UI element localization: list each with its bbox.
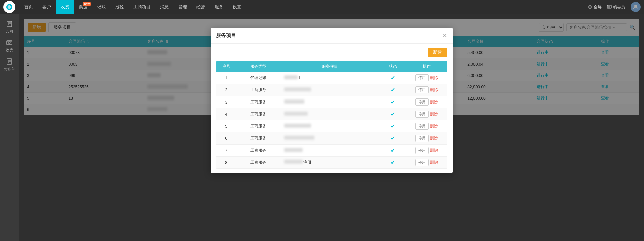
service-row-seq: 2 [216,84,236,96]
delete-button[interactable]: 删除 [430,135,438,141]
sidebar-item-statement[interactable]: 对账单 [0,55,19,74]
service-row-seq: 4 [216,108,236,120]
service-row-actions: 停用删除 [407,72,447,84]
stop-button[interactable]: 停用 [415,123,429,130]
fullscreen-btn[interactable]: 全屏 [588,4,602,10]
service-row-actions: 停用删除 [407,120,447,132]
delete-button[interactable]: 删除 [430,87,438,93]
nav-bookkeeping[interactable]: 记账 [92,0,110,14]
contract-icon [6,20,13,28]
service-row-actions: 停用删除 [407,108,447,120]
svg-rect-1 [588,5,589,6]
modal-header: 服务项目 ✕ [211,28,453,44]
nav-settings[interactable]: 设置 [228,0,246,14]
service-row-item: 注册 [280,157,380,169]
nav-tax[interactable]: 报税 [110,0,128,14]
service-row-status: ✔ [380,72,407,84]
stop-button[interactable]: 停用 [415,98,429,106]
nav-client[interactable]: 客户 [38,0,56,14]
service-row-status: ✔ [380,96,407,108]
svc-col-action: 操作 [407,61,447,72]
modal-body: 新建 序号 服务类型 服务项目 状态 操作 [211,44,453,173]
stop-button[interactable]: 停用 [415,111,429,118]
stop-button[interactable]: 停用 [415,147,429,154]
service-row-actions: 停用删除 [407,96,447,108]
svc-col-type: 服务类型 [236,61,280,72]
nav-ticket[interactable]: 票据 new [74,0,92,14]
delete-button[interactable]: 删除 [430,123,438,129]
service-row-status: ✔ [380,120,407,132]
nav-menu: 首页 客户 收费 票据 new 记账 报税 工商项目 消息 管理 经营 服务 设… [20,0,588,14]
service-row-seq: 8 [216,157,236,169]
service-row-type: 工商服务 [236,132,280,145]
service-row-type: 工商服务 [236,120,280,132]
service-row-status: ✔ [380,84,407,96]
svc-col-seq: 序号 [216,61,236,72]
service-row-actions: 停用删除 [407,157,447,169]
delete-button[interactable]: 删除 [430,111,438,117]
stop-button[interactable]: 停用 [415,159,429,166]
service-table: 序号 服务类型 服务项目 状态 操作 1 代理记账 1 ✔ 停用删除 [216,61,447,169]
service-table-wrap: 序号 服务类型 服务项目 状态 操作 1 代理记账 1 ✔ 停用删除 [216,61,447,169]
service-row-item [280,120,380,132]
delete-button[interactable]: 删除 [430,160,438,165]
user-avatar[interactable] [631,2,641,12]
svg-rect-4 [591,8,592,9]
svg-point-6 [634,5,637,7]
nav-operation[interactable]: 经营 [192,0,210,14]
nav-manage[interactable]: 管理 [174,0,192,14]
nav-service[interactable]: 服务 [210,0,228,14]
nav-message[interactable]: 消息 [155,0,174,14]
delete-button[interactable]: 删除 [430,99,438,105]
app-layout: 合同 收费 对账单 新增 服务项目 进行中 全 [0,14,644,241]
service-row-item: 1 [280,72,380,84]
modal-toolbar: 新建 [216,48,447,57]
service-row-actions: 停用删除 [407,132,447,145]
svg-rect-3 [588,8,589,9]
service-row-type: 工商服务 [236,108,280,120]
service-modal: 服务项目 ✕ 新建 序号 服务类型 服务项目 [211,28,453,173]
sidebar-item-fee[interactable]: 收费 [0,36,19,55]
stop-button[interactable]: 停用 [415,86,429,93]
sidebar-fee-label: 收费 [6,48,13,53]
sidebar-contract-label: 合同 [6,29,13,34]
service-row-type: 代理记账 [236,72,280,84]
fullscreen-label: 全屏 [594,4,602,10]
nav-home[interactable]: 首页 [20,0,38,14]
modal-title: 服务项目 [216,32,236,39]
modal-overlay[interactable]: 服务项目 ✕ 新建 序号 服务类型 服务项目 [19,14,644,241]
svg-point-12 [8,42,10,44]
service-row-type: 工商服务 [236,145,280,157]
top-nav: 首页 客户 收费 票据 new 记账 报税 工商项目 消息 管理 经营 服务 设… [0,0,644,14]
service-row-actions: 停用删除 [407,145,447,157]
nav-business[interactable]: 工商项目 [128,0,155,14]
stop-button[interactable]: 停用 [415,74,429,81]
nav-ticket-badge: new [83,2,91,6]
modal-new-button[interactable]: 新建 [428,48,447,57]
service-row-type: 工商服务 [236,157,280,169]
svg-rect-11 [7,41,12,45]
delete-button[interactable]: 删除 [430,75,438,81]
nav-fee[interactable]: 收费 [56,0,74,14]
delete-button[interactable]: 删除 [430,148,438,153]
service-row-seq: 3 [216,96,236,108]
nav-right: 全屏 畅会员 [588,2,641,12]
service-row-type: 工商服务 [236,96,280,108]
modal-close-button[interactable]: ✕ [442,33,447,39]
service-row-status: ✔ [380,132,407,145]
service-row-item [280,132,380,145]
sidebar-item-contract[interactable]: 合同 [0,17,19,36]
main-content: 新增 服务项目 进行中 全部 已完成 已终止 🔍 序号 [19,14,644,241]
member-btn[interactable]: 畅会员 [607,4,625,10]
stop-button[interactable]: 停用 [415,135,429,142]
statement-icon [6,58,13,65]
service-row-type: 工商服务 [236,84,280,96]
service-row-seq: 1 [216,72,236,84]
service-row-status: ✔ [380,108,407,120]
svg-rect-7 [7,21,12,27]
service-row-item [280,96,380,108]
sidebar-statement-label: 对账单 [4,67,15,72]
svc-col-item: 服务项目 [280,61,380,72]
app-logo [3,1,15,13]
member-label: 畅会员 [613,4,625,10]
